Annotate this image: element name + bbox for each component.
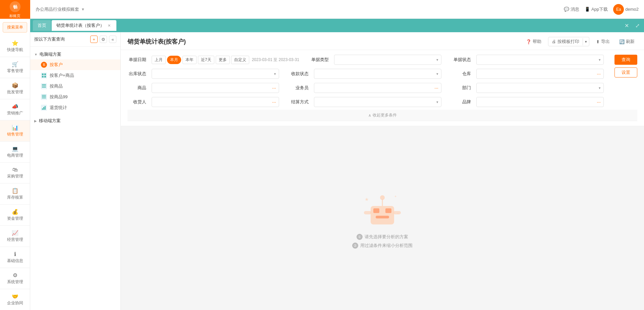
tab-home[interactable]: 首页 — [33, 20, 51, 31]
dept-select[interactable]: ▾ — [476, 83, 604, 93]
basic-icon: ℹ — [3, 251, 27, 257]
sidebar-item-inventory[interactable]: 📋 库存核算 — [0, 184, 30, 205]
dept-arrow: ▾ — [599, 86, 601, 90]
sidebar-item-basic[interactable]: ℹ 基础信息 — [0, 247, 30, 268]
settings-button[interactable]: 设置 — [614, 67, 637, 78]
sidebar-item-system[interactable]: ⚙ 系统管理 — [0, 268, 30, 289]
empty-tip-1: ① 请先选择要分析的方案 — [357, 234, 408, 240]
desktop-group-toggle[interactable]: ▼ 电脑端方案 — [30, 49, 120, 59]
salesperson-ellipsis[interactable]: ··· — [434, 85, 438, 91]
print-icon: 🖨 — [552, 39, 556, 44]
mobile-group-toggle[interactable]: ▶ 移动端方案 — [30, 116, 120, 126]
sidebar-item-finance[interactable]: 💰 资金管理 — [0, 205, 30, 226]
scheme-settings-button[interactable]: ⚙ — [100, 36, 107, 43]
scheme-item-by-goods[interactable]: 按商品 — [30, 81, 120, 92]
receiver-ellipsis[interactable]: ··· — [272, 99, 276, 105]
out-status-select[interactable]: ▾ — [152, 69, 279, 79]
message-icon: 💬 — [564, 7, 569, 12]
svg-rect-5 — [44, 76, 46, 78]
receiver-select[interactable]: ··· — [152, 97, 279, 107]
sidebar-item-sales[interactable]: 📊 销售管理 — [0, 120, 30, 142]
export-button[interactable]: ⬆ 导出 — [593, 37, 612, 46]
app-logo[interactable]: 畅 标账页 — [0, 0, 30, 19]
maximize-tab-action[interactable]: ⤢ — [633, 21, 641, 30]
date-more[interactable]: 更多 — [216, 56, 230, 64]
warehouse-ellipsis[interactable]: ··· — [597, 71, 601, 76]
print-dropdown-arrow[interactable]: ▾ — [583, 38, 589, 45]
search-menu-button[interactable]: 搜索菜单 — [3, 22, 27, 33]
brand-select[interactable]: ··· — [476, 97, 604, 107]
svg-text:畅: 畅 — [13, 5, 17, 9]
sidebar-item-purchase[interactable]: 🛍 采购管理 — [0, 163, 30, 184]
brand-ellipsis[interactable]: ··· — [597, 99, 601, 105]
scheme-item-by-customer-goods[interactable]: 按客户+商品 — [30, 70, 120, 81]
scheme-item-by-customer[interactable]: 客 按客户 — [30, 59, 120, 70]
empty-state: ★ ✦ ✦ ① 请先选择要分析的方案 ② 用过滤条件来缩小分析范围 — [121, 126, 644, 310]
sidebar-item-marketing[interactable]: 📣 营销推广 — [0, 99, 30, 120]
receiver-label: 收货人 — [127, 99, 146, 105]
query-button[interactable]: 查询 — [614, 55, 637, 65]
sidebar-item-quick-nav[interactable]: ⭐ 快捷导航 — [0, 36, 30, 57]
app-download-button[interactable]: 📱 App下载 — [585, 6, 608, 12]
date-this-month[interactable]: 本月 — [167, 56, 181, 64]
scheme-panel: 按以下方案查询 + ⚙ « ▼ 电脑端方案 客 按客户 — [30, 32, 121, 310]
goods-select[interactable]: ··· — [152, 83, 279, 93]
doc-status-label: 单据状态 — [452, 57, 471, 63]
svg-rect-16 — [373, 208, 379, 213]
empty-tip-2: ② 用过滤条件来缩小分析范围 — [352, 243, 413, 249]
export-icon: ⬆ — [596, 39, 600, 44]
industry-dropdown-arrow[interactable]: ▾ — [82, 7, 84, 12]
svg-rect-24 — [364, 211, 371, 214]
warehouse-label: 仓库 — [452, 71, 471, 77]
payment-select[interactable]: ▾ — [314, 97, 441, 107]
print-button-group: 🖨 按模板打印 ▾ — [548, 37, 589, 46]
tab-sales-stat[interactable]: 销货单统计表（按客户） ✕ — [52, 20, 116, 31]
help-button[interactable]: ❓ 帮助 — [523, 37, 544, 46]
print-button[interactable]: 🖨 按模板打印 — [548, 37, 583, 46]
tip-number-2: ② — [352, 243, 358, 249]
goods-ellipsis[interactable]: ··· — [272, 85, 276, 91]
filter-area: 单据日期 上月 本月 本年 近7天 更多 自定义 2023-03-01 至 20… — [121, 50, 644, 126]
close-tab-action[interactable]: ✕ — [623, 21, 631, 30]
warehouse-select[interactable]: ··· — [476, 69, 604, 79]
date-this-year[interactable]: 本年 — [182, 56, 197, 64]
receipt-status-select[interactable]: ▾ — [314, 69, 441, 79]
scheme-panel-header: 按以下方案查询 + ⚙ « — [30, 32, 120, 47]
goods-label: 商品 — [127, 85, 146, 91]
goods99-scheme-icon — [41, 94, 47, 100]
date-custom[interactable]: 自定义 — [231, 56, 249, 64]
sidebar-item-ecommerce[interactable]: 💻 电商管理 — [0, 142, 30, 163]
salesperson-select[interactable]: ··· — [314, 83, 441, 93]
filter-row-4: 收货人 ··· 结算方式 ▾ 品牌 — [127, 97, 612, 107]
help-icon: ❓ — [526, 39, 531, 44]
scheme-collapse-button[interactable]: « — [109, 36, 116, 43]
collapse-bar[interactable]: ∧ 收起更多条件 — [127, 110, 637, 121]
sidebar-item-retail[interactable]: 🛒 零售管理 — [0, 57, 30, 78]
tab-close-button[interactable]: ✕ — [106, 23, 112, 28]
sidebar-item-operation[interactable]: 📈 经营管理 — [0, 226, 30, 247]
svg-rect-14 — [45, 106, 46, 110]
filter-row-1: 单据日期 上月 本月 本年 近7天 更多 自定义 2023-03-01 至 20… — [127, 55, 612, 65]
message-button[interactable]: 💬 消息 — [564, 6, 579, 12]
collapse-button[interactable]: ∧ 收起更多条件 — [368, 112, 397, 118]
sidebar-item-wholesale[interactable]: 📦 批发管理 — [0, 78, 30, 99]
content-area: 按以下方案查询 + ⚙ « ▼ 电脑端方案 客 按客户 — [30, 32, 644, 310]
user-profile[interactable]: Ea demo2 — [613, 4, 639, 15]
mobile-arrow-icon: ▶ — [34, 119, 37, 123]
scheme-add-button[interactable]: + — [90, 36, 98, 43]
svg-rect-2 — [42, 73, 44, 75]
date-last-7days[interactable]: 近7天 — [198, 56, 214, 64]
date-last-month[interactable]: 上月 — [152, 56, 166, 64]
dept-label: 部门 — [452, 85, 471, 91]
refresh-button[interactable]: 🔄 刷新 — [616, 37, 637, 46]
scheme-item-return-stats[interactable]: 退货统计 — [30, 102, 120, 113]
logo-subtitle: 标账页 — [9, 13, 20, 18]
svg-text:✦: ✦ — [394, 195, 397, 198]
scheme-item-by-goods-99[interactable]: 按商品99 — [30, 92, 120, 102]
retail-icon: 🛒 — [3, 61, 27, 67]
page-title: 销货单统计表(按客户) — [127, 38, 186, 46]
doc-status-select[interactable]: ▾ — [476, 55, 604, 65]
doc-type-select[interactable]: ▾ — [334, 55, 441, 65]
tab-bar-actions: ✕ ⤢ — [623, 21, 641, 30]
sidebar-item-corp[interactable]: 🤝 企业协同 — [0, 289, 30, 310]
